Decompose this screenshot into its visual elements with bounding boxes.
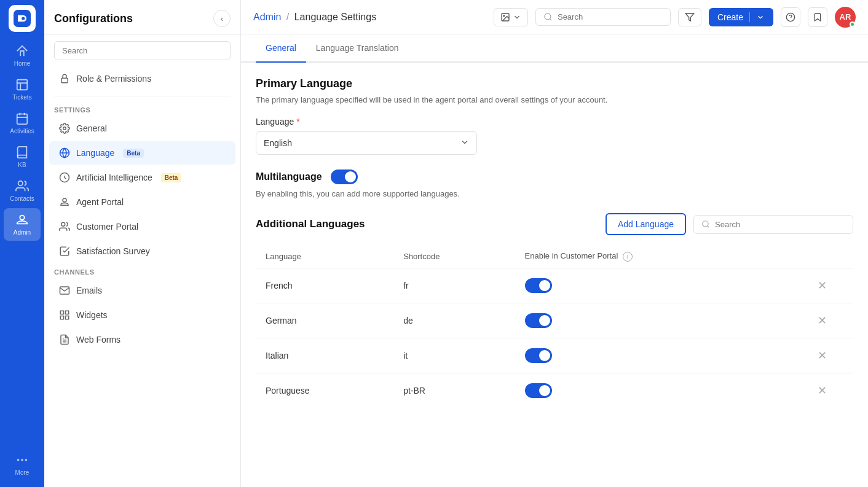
table-row: Portuguese pt-BR ✕ bbox=[256, 373, 853, 408]
sidebar-item-general[interactable]: General bbox=[49, 117, 235, 140]
nav-item-kb[interactable]: KB bbox=[4, 141, 41, 173]
sidebar-item-language[interactable]: Language Beta bbox=[49, 141, 235, 165]
lang-remove-cell-1: ✕ bbox=[791, 303, 853, 338]
filter-button[interactable] bbox=[678, 8, 701, 26]
language-beta-badge: Beta bbox=[123, 149, 144, 158]
multilanguage-label: Multilanguage bbox=[256, 171, 322, 182]
nav-item-activities[interactable]: Activities bbox=[4, 107, 41, 139]
multilanguage-desc: By enabling this, you can add more suppo… bbox=[256, 189, 853, 198]
topbar-search-input[interactable] bbox=[558, 12, 663, 21]
image-icon bbox=[500, 12, 510, 22]
col-customer-portal: Enable in Customer Portal i bbox=[515, 245, 791, 268]
create-button[interactable]: Create bbox=[709, 8, 773, 26]
lang-toggle-3[interactable] bbox=[525, 383, 552, 398]
survey-icon bbox=[59, 246, 70, 257]
additional-languages-search-input[interactable] bbox=[715, 220, 845, 229]
topbar-search-container bbox=[535, 8, 671, 26]
svg-point-5 bbox=[20, 216, 24, 220]
bookmark-button[interactable] bbox=[808, 7, 827, 27]
media-type-button[interactable] bbox=[494, 8, 528, 26]
additional-languages-search bbox=[693, 215, 853, 234]
add-language-button[interactable]: Add Language bbox=[606, 213, 686, 235]
lang-remove-button-1[interactable]: ✕ bbox=[800, 314, 843, 327]
help-button[interactable] bbox=[781, 7, 800, 27]
languages-table-body: French fr ✕ German de ✕ Italian it bbox=[256, 268, 853, 408]
user-avatar[interactable]: AR bbox=[835, 7, 856, 28]
nav-item-admin[interactable]: Admin bbox=[4, 208, 41, 241]
primary-language-desc: The primary language specified will be u… bbox=[256, 95, 853, 104]
sidebar-header: Configurations ‹ bbox=[44, 0, 240, 35]
svg-point-4 bbox=[18, 181, 23, 185]
col-remove bbox=[791, 245, 853, 268]
tab-general[interactable]: General bbox=[256, 34, 306, 63]
sidebar-item-agent-portal[interactable]: Agent Portal bbox=[49, 190, 235, 214]
sidebar-search-input[interactable] bbox=[54, 41, 231, 60]
svg-marker-24 bbox=[685, 14, 693, 21]
breadcrumb-sep: / bbox=[286, 12, 289, 22]
nav-item-more[interactable]: More bbox=[4, 448, 41, 481]
multilanguage-row: Multilanguage bbox=[256, 169, 853, 184]
sidebar-item-role-permissions[interactable]: Role & Permissions bbox=[49, 67, 235, 90]
tab-language-translation[interactable]: Language Translation bbox=[306, 34, 409, 63]
search-icon-lang bbox=[701, 220, 710, 228]
breadcrumb-admin[interactable]: Admin bbox=[253, 12, 281, 22]
nav-item-tickets[interactable]: Tickets bbox=[4, 73, 41, 106]
lang-name-3: Portuguese bbox=[256, 373, 393, 408]
lang-name-2: Italian bbox=[256, 338, 393, 373]
primary-language-title: Primary Language bbox=[256, 77, 853, 90]
sidebar-item-satisfaction-survey[interactable]: Satisfaction Survey bbox=[49, 240, 235, 263]
lang-remove-cell-3: ✕ bbox=[791, 373, 853, 408]
lang-toggle-cell-1 bbox=[515, 303, 791, 338]
table-row: French fr ✕ bbox=[256, 268, 853, 303]
svg-point-1 bbox=[22, 17, 25, 20]
toggle-knob-1 bbox=[539, 315, 550, 326]
online-status-dot bbox=[850, 21, 855, 27]
lang-remove-button-2[interactable]: ✕ bbox=[800, 349, 843, 362]
lang-shortcode-3: pt-BR bbox=[393, 373, 515, 408]
col-shortcode: Shortcode bbox=[393, 245, 515, 268]
email-icon bbox=[59, 285, 70, 296]
svg-point-6 bbox=[18, 459, 19, 461]
sidebar-item-web-forms[interactable]: Web Forms bbox=[49, 328, 235, 351]
content-body: Primary Language The primary language sp… bbox=[241, 63, 868, 423]
language-select[interactable]: English French German Spanish Italian Po… bbox=[256, 131, 477, 155]
svg-rect-3 bbox=[17, 114, 28, 125]
customer-icon bbox=[59, 221, 70, 232]
sidebar-item-widgets[interactable]: Widgets bbox=[49, 303, 235, 327]
sidebar-item-ai[interactable]: Artificial Intelligence Beta bbox=[49, 166, 235, 189]
language-field-label: Language * bbox=[256, 117, 853, 127]
nav-item-contacts[interactable]: Contacts bbox=[4, 174, 41, 207]
nav-item-home[interactable]: Home bbox=[4, 39, 41, 72]
sidebar-item-emails[interactable]: Emails bbox=[49, 279, 235, 302]
svg-point-7 bbox=[22, 459, 23, 461]
svg-point-22 bbox=[503, 15, 505, 16]
toggle-knob bbox=[345, 171, 356, 182]
globe-icon bbox=[59, 147, 70, 158]
create-chevron-down-icon bbox=[756, 13, 765, 21]
lang-shortcode-2: it bbox=[393, 338, 515, 373]
toggle-knob-2 bbox=[539, 350, 550, 361]
multilanguage-toggle[interactable] bbox=[331, 169, 358, 184]
lock-icon bbox=[59, 73, 70, 84]
channels-section-label: CHANNELS bbox=[44, 263, 240, 278]
breadcrumb: Admin / Language Settings bbox=[253, 12, 376, 23]
app-logo[interactable] bbox=[9, 5, 36, 32]
info-icon[interactable]: i bbox=[623, 252, 633, 262]
help-icon bbox=[786, 12, 795, 22]
lang-remove-button-0[interactable]: ✕ bbox=[800, 279, 843, 292]
content-area: General Language Translation Primary Lan… bbox=[241, 34, 868, 487]
widget-icon bbox=[59, 310, 70, 321]
sidebar-item-customer-portal[interactable]: Customer Portal bbox=[49, 215, 235, 238]
lang-toggle-2[interactable] bbox=[525, 348, 552, 363]
lang-remove-button-3[interactable]: ✕ bbox=[800, 384, 843, 397]
lang-remove-cell-2: ✕ bbox=[791, 338, 853, 373]
topbar: Admin / Language Settings Create AR bbox=[241, 0, 868, 34]
sidebar-divider-1 bbox=[54, 96, 231, 96]
svg-rect-17 bbox=[66, 316, 69, 319]
lang-toggle-0[interactable] bbox=[525, 278, 552, 293]
col-language: Language bbox=[256, 245, 393, 268]
svg-rect-2 bbox=[17, 80, 28, 90]
lang-toggle-1[interactable] bbox=[525, 313, 552, 328]
svg-rect-9 bbox=[61, 78, 68, 83]
sidebar-collapse-button[interactable]: ‹ bbox=[213, 10, 231, 27]
